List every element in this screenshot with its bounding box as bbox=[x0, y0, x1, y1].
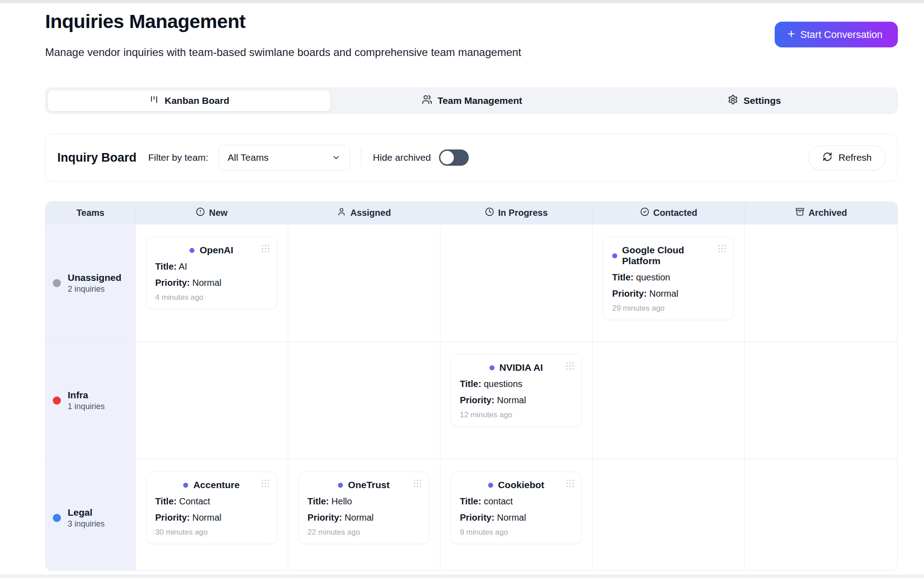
column-header-in-progress: In Progress bbox=[440, 202, 593, 224]
toolbar-divider bbox=[361, 148, 361, 167]
column-header-label: In Progress bbox=[498, 208, 548, 218]
card-priority-line: Priority: Normal bbox=[155, 278, 268, 288]
card-timestamp: 12 minutes ago bbox=[460, 410, 573, 420]
users-icon bbox=[422, 94, 432, 107]
vendor-name: Cookiebot bbox=[498, 480, 545, 490]
card-timestamp: 30 minutes ago bbox=[155, 528, 268, 537]
drag-handle-icon[interactable] bbox=[260, 478, 271, 490]
card-timestamp: 9 minutes ago bbox=[460, 528, 573, 537]
chevron-down-icon bbox=[332, 153, 341, 162]
inquiries-management-page: Inquiries Management + Start Conversatio… bbox=[45, 3, 898, 571]
cell-legal-new: Accenture Title: Contact Priority: Norma… bbox=[136, 459, 288, 571]
team-color-dot bbox=[53, 279, 61, 287]
cell-infra-archived bbox=[745, 342, 897, 459]
vendor-name: OneTrust bbox=[348, 480, 389, 490]
drag-handle-icon[interactable] bbox=[260, 243, 271, 256]
check-circle-icon bbox=[640, 207, 649, 219]
tab-bar: Kanban Board Team Management Settings bbox=[45, 88, 898, 114]
team-name: Infra bbox=[68, 390, 105, 401]
cell-unassigned-assigned bbox=[288, 224, 441, 341]
drag-handle-icon[interactable] bbox=[565, 361, 575, 373]
board-title: Inquiry Board bbox=[57, 151, 137, 165]
cell-unassigned-in-progress bbox=[440, 224, 593, 341]
team-lane-label-infra: Infra 1 inquiries bbox=[46, 342, 136, 459]
card-timestamp: 4 minutes ago bbox=[155, 293, 268, 302]
column-header-label: Assigned bbox=[350, 208, 391, 218]
tab-kanban-board[interactable]: Kanban Board bbox=[47, 90, 331, 112]
card-title-line: Title: question bbox=[612, 272, 725, 283]
gear-icon bbox=[728, 94, 738, 107]
vendor-name: OpenAI bbox=[199, 245, 233, 256]
column-header-label: New bbox=[209, 208, 227, 218]
cell-legal-assigned: OneTrust Title: Hello Priority: Normal 2… bbox=[288, 459, 441, 571]
column-header-new: New bbox=[136, 202, 288, 224]
vendor-name: NVIDIA AI bbox=[499, 362, 543, 373]
hide-archived-label: Hide archived bbox=[373, 152, 431, 163]
team-name: Unassigned bbox=[68, 272, 121, 283]
team-inquiry-count: 1 inquiries bbox=[68, 402, 105, 411]
refresh-label: Refresh bbox=[838, 152, 872, 163]
start-conversation-button[interactable]: + Start Conversation bbox=[775, 22, 898, 47]
card-priority-line: Priority: Normal bbox=[155, 513, 268, 523]
vendor-name: Google Cloud Platform bbox=[622, 245, 725, 266]
inquiry-card-openai[interactable]: OpenAI Title: AI Priority: Normal 4 minu… bbox=[146, 237, 277, 309]
inquiry-card-google-cloud-platform[interactable]: Google Cloud Platform Title: question Pr… bbox=[603, 237, 735, 320]
cell-infra-new bbox=[136, 342, 288, 459]
team-color-dot bbox=[53, 396, 61, 405]
team-inquiry-count: 3 inquiries bbox=[68, 519, 105, 529]
column-header-contacted: Contacted bbox=[593, 202, 745, 224]
cell-legal-contacted bbox=[593, 459, 745, 571]
inquiry-card-cookiebot[interactable]: Cookiebot Title: contact Priority: Norma… bbox=[450, 471, 582, 544]
vendor-status-dot bbox=[612, 253, 617, 258]
cell-infra-assigned bbox=[288, 342, 441, 459]
drag-handle-icon[interactable] bbox=[565, 478, 575, 490]
vendor-status-dot bbox=[490, 365, 494, 370]
card-priority-line: Priority: Normal bbox=[308, 513, 420, 523]
page-bottom-edge bbox=[0, 574, 924, 578]
tab-label: Kanban Board bbox=[165, 95, 230, 106]
inquiry-card-onetrust[interactable]: OneTrust Title: Hello Priority: Normal 2… bbox=[298, 471, 430, 544]
drag-handle-icon[interactable] bbox=[717, 243, 727, 256]
cell-infra-contacted bbox=[593, 342, 745, 459]
swimlane-legal: Legal 3 inquiries Accenture Title: Conta… bbox=[46, 459, 897, 571]
tab-settings[interactable]: Settings bbox=[613, 90, 896, 112]
vendor-status-dot bbox=[488, 483, 493, 488]
card-title-line: Title: contact bbox=[460, 496, 573, 507]
card-title-line: Title: questions bbox=[460, 379, 573, 389]
column-header-label: Contacted bbox=[653, 208, 698, 218]
card-priority-line: Priority: Normal bbox=[460, 395, 573, 406]
tab-label: Team Management bbox=[438, 95, 522, 106]
inquiry-card-nvidia-ai[interactable]: NVIDIA AI Title: questions Priority: Nor… bbox=[450, 354, 582, 427]
tab-team-management[interactable]: Team Management bbox=[331, 90, 613, 112]
column-header-label: Teams bbox=[77, 208, 105, 218]
tab-label: Settings bbox=[744, 95, 781, 106]
card-timestamp: 22 minutes ago bbox=[308, 528, 420, 537]
team-color-dot bbox=[53, 514, 61, 522]
user-icon bbox=[337, 207, 346, 219]
start-conversation-label: Start Conversation bbox=[800, 29, 882, 41]
team-filter-select[interactable]: All Teams bbox=[218, 145, 350, 171]
team-inquiry-count: 2 inquiries bbox=[68, 284, 121, 294]
refresh-button[interactable]: Refresh bbox=[808, 145, 886, 170]
page-title: Inquiries Management bbox=[45, 10, 898, 33]
vendor-status-dot bbox=[189, 248, 194, 253]
kanban-board: Teams New Assigned In Progress Contacted… bbox=[45, 201, 898, 571]
cell-unassigned-contacted: Google Cloud Platform Title: question Pr… bbox=[593, 224, 745, 341]
team-lane-label-unassigned: Unassigned 2 inquiries bbox=[46, 224, 136, 341]
card-title-line: Title: Hello bbox=[308, 496, 420, 507]
cell-legal-archived bbox=[745, 459, 897, 571]
column-header-assigned: Assigned bbox=[288, 202, 441, 224]
inquiry-board-toolbar: Inquiry Board Filter by team: All Teams … bbox=[45, 134, 898, 182]
refresh-icon bbox=[822, 152, 832, 164]
plus-icon: + bbox=[787, 28, 795, 40]
hide-archived-toggle[interactable] bbox=[439, 149, 469, 166]
cell-legal-in-progress: Cookiebot Title: contact Priority: Norma… bbox=[440, 459, 593, 571]
kanban-icon bbox=[149, 94, 159, 107]
swimlane-infra: Infra 1 inquiries NVIDIA AI Title: quest… bbox=[46, 341, 897, 459]
card-timestamp: 29 minutes ago bbox=[612, 304, 725, 313]
vendor-name: Accenture bbox=[193, 480, 240, 490]
inquiry-card-accenture[interactable]: Accenture Title: Contact Priority: Norma… bbox=[146, 471, 277, 544]
drag-handle-icon[interactable] bbox=[412, 478, 423, 490]
vendor-status-dot bbox=[338, 483, 343, 488]
board-header-row: Teams New Assigned In Progress Contacted… bbox=[46, 202, 897, 224]
